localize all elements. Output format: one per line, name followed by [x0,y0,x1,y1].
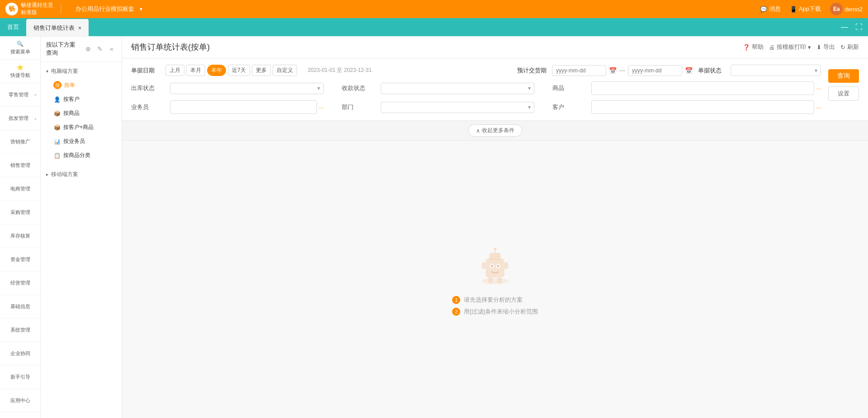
scheme-item-by-customer[interactable]: 👤 按客户 [41,92,122,106]
right-filter-group: 预计交货期 📅 — 📅 单据状态 [517,65,821,76]
add-scheme-button[interactable]: ⊕ [84,44,93,53]
group-expand-icon: ▾ [46,69,48,74]
sidebar-item-system[interactable]: 系统管理 [0,318,40,342]
customer-input[interactable] [591,100,814,114]
mobile-group-header[interactable]: ▸ 移动端方案 [41,168,122,181]
sidebar-search[interactable]: 🔍 搜索菜单 [0,36,40,60]
scheme-item-by-salesman[interactable]: 📊 按业务员 [41,134,122,148]
expected-date-start[interactable] [552,65,606,76]
avatar: Ea [830,3,843,15]
salesman-input-group: ··· [170,100,324,114]
filter-area: 单据日期 上月 本月 本年 近7天 更多 自定义 2023-01-01 至 20… [122,58,868,121]
app-title-dropdown[interactable]: ▾ [140,6,142,12]
date-btn-this-year[interactable]: 本年 [207,65,226,76]
content-area: 按以下方案查询 ⊕ ✎ « ▾ [41,36,868,418]
salesman-more-icon[interactable]: ··· [319,104,324,111]
date-btn-more[interactable]: 更多 [252,65,271,76]
tab-home[interactable]: 首页 [0,18,26,36]
logo-icon: 畅 [5,3,18,15]
empty-state: 1 请先选择要分析的方案 2 用[过滤]条件来缩小分析范围 [452,243,538,316]
customer-input-group: ··· [591,100,821,114]
customer-label: 客户 [552,103,584,111]
scheme-item-by-goods[interactable]: 📦 按商品 [41,106,122,120]
sidebar-item-sales[interactable]: 销售管理 [0,154,40,177]
sidebar-item-inventory[interactable]: 库存核算 [0,224,40,248]
tab-maximize-icon[interactable]: ⛶ [854,21,864,33]
refresh-button[interactable]: ↻ 刷新 [840,43,859,51]
tab-minimize-icon[interactable]: — [839,21,850,33]
goods-more-icon[interactable]: ··· [816,85,821,92]
query-actions: 查询 设置 [821,65,859,114]
salesman-input[interactable] [170,100,317,114]
collapse-panel-button[interactable]: « [107,44,116,53]
date-btn-this-month[interactable]: 本月 [186,65,205,76]
query-button[interactable]: 查询 [828,69,859,83]
app-download-button[interactable]: 📱 App下载 [790,5,821,13]
sidebar-item-ecommerce[interactable]: 电商管理 [0,177,40,201]
header-actions: ❓ 帮助 🖨 按模板打印 ▾ ⬇ 导出 ↻ [743,43,859,51]
out-status-select[interactable] [170,83,324,94]
tab-close-icon[interactable]: × [78,25,81,31]
user-menu[interactable]: Ea demo2 [830,3,863,15]
sidebar-item-guide[interactable]: 新手引导 [0,366,40,389]
tab-sales-stat[interactable]: 销售订单统计表 × [26,19,89,37]
tip-text-1: 请先选择要分析的方案 [464,296,523,304]
date-btn-7days[interactable]: 近7天 [228,65,250,76]
dept-select[interactable] [381,102,534,113]
scheme-item-by-order[interactable]: 按 按单 [41,78,122,92]
svg-rect-10 [497,277,502,283]
sidebar-item-operations[interactable]: 经营管理 [0,271,40,295]
message-button[interactable]: 💬 消息 [760,5,781,13]
edit-scheme-button[interactable]: ✎ [95,44,104,53]
template-print-button[interactable]: 🖨 按模板打印 ▾ [769,43,811,51]
help-icon: ❓ [743,44,750,51]
sidebar-item-purchase[interactable]: 采购管理 [0,201,40,224]
export-button[interactable]: ⬇ 导出 [816,43,835,51]
empty-tips: 1 请先选择要分析的方案 2 用[过滤]条件来缩小分析范围 [452,296,538,316]
svg-point-5 [491,265,493,267]
date-btn-custom[interactable]: 自定义 [273,65,297,76]
pc-group-header[interactable]: ▾ 电脑端方案 [41,65,122,78]
print-dropdown-icon: ▾ [808,44,811,51]
collapse-button[interactable]: ∧ 收起更多条件 [468,124,522,137]
pay-status-label: 收款状态 [342,84,373,92]
scheme-item-by-customer-goods[interactable]: 📦 按客户+商品 [41,120,122,134]
dept-wrapper [381,102,534,113]
chevron-left-icon: « [110,45,113,52]
empty-state-illustration [472,243,518,289]
collapse-bar[interactable]: ∧ 收起更多条件 [122,121,868,141]
sidebar-shortcut[interactable]: ⭐ 快捷导航 [0,60,40,83]
sidebar-item-marketing[interactable]: 营销推广 [0,130,40,154]
svg-point-0 [482,278,508,284]
goods-input-group: ··· [591,81,821,95]
sidebar-item-retail[interactable]: 零售管理 ▾ [0,83,40,107]
divider [61,5,61,14]
sidebar-item-finance[interactable]: 资金管理 [0,248,40,271]
doc-status-wrapper [731,65,821,76]
svg-rect-1 [486,258,505,277]
pay-status-select[interactable] [381,83,534,94]
tab-bar: 首页 销售订单统计表 × — ⛶ [0,18,868,36]
sidebar-item-wholesale[interactable]: 批发管理 ▴ [0,107,40,130]
mobile-scheme-group: ▸ 移动端方案 [41,165,122,184]
customer-more-icon[interactable]: ··· [816,104,821,111]
date-btn-last-month[interactable]: 上月 [165,65,184,76]
edit-icon: ✎ [97,45,103,52]
svg-rect-8 [505,262,508,269]
left-panel: 按以下方案查询 ⊕ ✎ « ▾ [41,36,122,418]
sidebar-item-appstore[interactable]: 应用中心 [0,389,40,413]
sidebar-item-enterprise[interactable]: 企业协同 [0,342,40,366]
setting-button[interactable]: 设置 [828,86,859,101]
sidebar-item-basic[interactable]: 基础信息 [0,295,40,318]
doc-status-select[interactable] [731,65,821,76]
search-icon: 🔍 [17,41,24,47]
goods-input[interactable] [591,81,814,95]
salesman-icon: 📊 [53,138,61,145]
scheme-item-by-category[interactable]: 📋 按商品分类 [41,148,122,162]
sidebar-item-wechat[interactable]: 企业微信 [0,413,40,418]
collapse-label: 收起更多条件 [482,127,514,134]
help-button[interactable]: ❓ 帮助 [743,43,764,51]
expected-date-label: 预计交货期 [517,66,547,75]
expected-date-end[interactable] [628,65,682,76]
svg-rect-9 [488,277,493,283]
